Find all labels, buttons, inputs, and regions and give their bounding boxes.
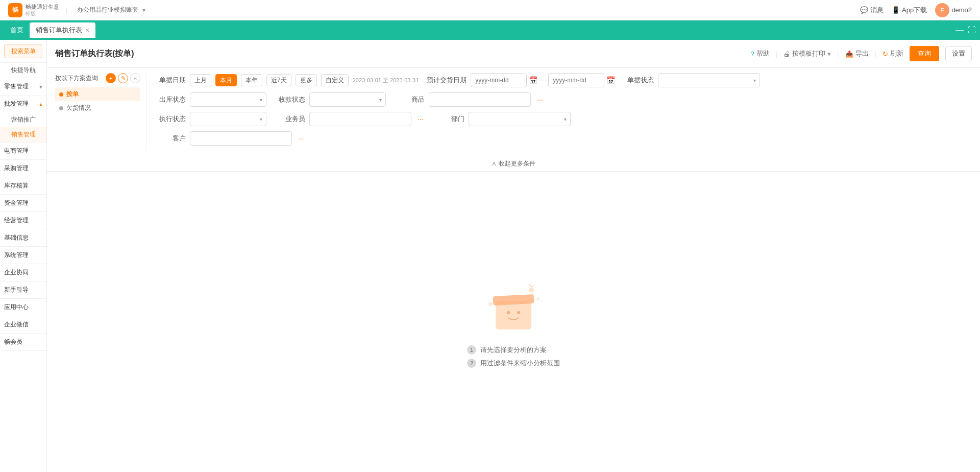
sidebar-item-retail[interactable]: 零售管理 ▾ — [0, 78, 46, 95]
sidebar-item-wholesale[interactable]: 批发管理 ▴ — [0, 96, 46, 112]
collapse-more-conditions-button[interactable]: ∧ 收起更多条件 — [47, 156, 980, 171]
svg-point-3 — [536, 297, 540, 300]
filter-row-2: 出库状态 ▾ 收款状态 — [155, 92, 972, 107]
tab-minimize-button[interactable]: — — [955, 26, 964, 35]
sidebar-item-purchase[interactable]: 采购管理 — [0, 160, 46, 177]
message-icon: 💬 — [860, 6, 868, 14]
date-hint: 2023-03-01 至 2023-03-31 — [353, 77, 419, 84]
help-icon: ? — [751, 50, 754, 58]
sidebar-section-purchase: 采购管理 — [0, 160, 46, 177]
field-order-status: 单据状态 ▾ — [623, 73, 760, 87]
sidebar-item-inventory[interactable]: 库存核算 — [0, 177, 46, 194]
expected-date-start[interactable] — [471, 73, 527, 87]
sidebar-quick-nav[interactable]: 快捷导航 — [0, 63, 46, 78]
sidebar-section-newbie: 新手引导 — [0, 281, 46, 299]
tab-home[interactable]: 首页 — [4, 22, 30, 38]
refresh-button[interactable]: ↻ 刷新 — [883, 49, 903, 58]
chevron-up-icon: ▴ — [39, 101, 42, 108]
sidebar-section-appstore: 应用中心 — [0, 299, 46, 316]
user-menu[interactable]: E demo2 — [935, 3, 972, 17]
expected-date-range: 📅 — 📅 — [471, 73, 615, 87]
order-status-select[interactable] — [658, 73, 760, 87]
preset-last7[interactable]: 近7天 — [266, 74, 291, 86]
preset-custom[interactable]: 自定义 — [321, 74, 349, 86]
preset-this-month[interactable]: 本月 — [215, 74, 237, 86]
svg-point-5 — [507, 311, 510, 314]
sidebar-item-sales[interactable]: 销售管理 — [0, 127, 46, 142]
tab-maximize-button[interactable]: ⛶ — [968, 26, 976, 35]
collapse-scheme-button[interactable]: « — [130, 73, 140, 83]
salesman-input[interactable] — [309, 112, 411, 126]
settings-button[interactable]: 设置 — [945, 46, 972, 61]
page-header: 销售订单执行表(按单) ? 帮助 | 🖨 按模板打印 ▾ | 📤 导出 | — [47, 40, 980, 68]
chevron-down-icon: ▾ — [39, 83, 42, 90]
help-button[interactable]: ? 帮助 — [751, 49, 770, 58]
expected-date-end[interactable] — [548, 73, 604, 87]
preset-more[interactable]: 更多 — [296, 74, 317, 86]
sidebar-section-inventory: 库存核算 — [0, 177, 46, 195]
preset-last-month[interactable]: 上月 — [190, 74, 211, 86]
message-button[interactable]: 💬 消息 — [860, 6, 884, 15]
sidebar-section-wholesale: 批发管理 ▴ 营销推广 销售管理 — [0, 96, 46, 143]
search-menu-button[interactable]: 搜索菜单 — [4, 44, 42, 58]
field-execution-status: 执行状态 ▾ — [155, 112, 266, 126]
tab-close-icon[interactable]: × — [85, 26, 89, 34]
sidebar-item-ecommerce[interactable]: 电商管理 — [0, 143, 46, 159]
app-download-button[interactable]: 📱 App下载 — [892, 6, 927, 15]
page-title: 销售订单执行表(按单) — [55, 49, 134, 59]
svg-point-2 — [529, 288, 534, 293]
calendar-start-icon[interactable]: 📅 — [529, 76, 537, 84]
print-button[interactable]: 🖨 按模板打印 ▾ — [783, 49, 831, 58]
filter-panel-inner: 按以下方案查询 + ✎ « 按单 欠货情况 — [47, 68, 980, 156]
sidebar-item-system[interactable]: 系统管理 — [0, 247, 46, 264]
execution-status-select[interactable] — [190, 112, 266, 126]
product-label: 商品 — [394, 95, 425, 104]
breadcrumb-arrow-icon[interactable]: ▾ — [142, 7, 145, 14]
salesman-dots-button[interactable]: ··· — [415, 115, 426, 123]
calendar-end-icon[interactable]: 📅 — [606, 76, 615, 84]
order-status-label: 单据状态 — [623, 76, 654, 85]
top-bar-left: 畅 畅捷通好生意 标版 | 办公用品行业模拟账套 ▾ — [8, 3, 145, 17]
preset-this-year[interactable]: 本年 — [241, 74, 262, 86]
sidebar-item-appstore[interactable]: 应用中心 — [0, 299, 46, 316]
customer-input[interactable] — [190, 131, 292, 146]
date-preset-row: 上月 本月 本年 近7天 更多 自定义 2023-03-01 至 2023-03… — [190, 74, 419, 86]
order-date-label: 单据日期 — [155, 76, 186, 85]
filter-row-1: 单据日期 上月 本月 本年 近7天 更多 自定义 2023-03-01 至 20… — [155, 73, 972, 87]
edit-scheme-button[interactable]: ✎ — [118, 73, 128, 83]
breadcrumb: 办公用品行业模拟账套 — [77, 6, 138, 14]
department-label: 部门 — [434, 114, 464, 124]
sidebar-item-enterprise[interactable]: 企业协同 — [0, 264, 46, 281]
shipment-status-select[interactable] — [190, 92, 266, 107]
sidebar-section-operation: 经营管理 — [0, 212, 46, 229]
sidebar-item-member[interactable]: 畅会员 — [0, 334, 46, 350]
filter-nav-press-order[interactable]: 按单 — [55, 87, 140, 101]
filter-nav-debt[interactable]: 欠货情况 — [55, 101, 140, 115]
payment-status-select[interactable] — [309, 92, 386, 107]
customer-label: 客户 — [155, 134, 186, 143]
tab-sales-order[interactable]: 销售订单执行表 × — [30, 22, 95, 38]
sidebar-item-wechat[interactable]: 企业微信 — [0, 316, 46, 333]
product-dots-button[interactable]: ··· — [535, 96, 545, 104]
customer-dots-button[interactable]: ··· — [296, 134, 306, 143]
app-name: 畅捷通好生意 标版 — [26, 3, 59, 17]
product-input[interactable] — [429, 92, 531, 107]
sidebar-item-finance[interactable]: 资金管理 — [0, 195, 46, 211]
empty-step-1: 1 请先选择要分析的方案 — [467, 345, 560, 355]
tab-bar-actions: — ⛶ — [955, 26, 976, 35]
export-button[interactable]: 📤 导出 — [845, 49, 869, 58]
sidebar-item-operation[interactable]: 经营管理 — [0, 212, 46, 229]
department-select[interactable] — [469, 112, 571, 126]
field-customer: 客户 ··· — [155, 131, 306, 146]
sidebar-item-newbie[interactable]: 新手引导 — [0, 281, 46, 298]
inactive-dot-icon — [59, 106, 63, 110]
department-wrapper: ▾ — [469, 112, 571, 126]
sidebar-item-marketing[interactable]: 营销推广 — [0, 112, 46, 127]
field-order-date: 单据日期 上月 本月 本年 近7天 更多 自定义 2023-03-01 至 20… — [155, 74, 419, 86]
sidebar: 搜索菜单 快捷导航 零售管理 ▾ 批发管理 ▴ 营销推广 销售管理 电商管理 采… — [0, 40, 47, 472]
empty-step-2: 2 用过滤条件来缩小分析范围 — [467, 359, 560, 368]
empty-state: 1 请先选择要分析的方案 2 用过滤条件来缩小分析范围 — [467, 276, 560, 368]
add-scheme-button[interactable]: + — [106, 73, 116, 83]
query-button[interactable]: 查询 — [910, 46, 939, 61]
sidebar-item-basic[interactable]: 基础信息 — [0, 229, 46, 246]
